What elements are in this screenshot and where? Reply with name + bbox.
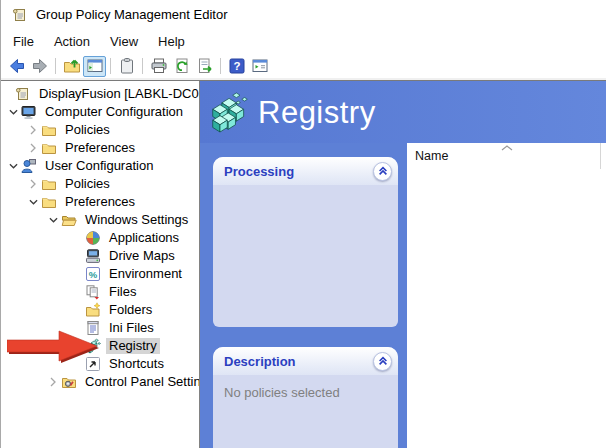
help-button[interactable]: ?: [225, 56, 248, 77]
policy-list: Name: [407, 143, 606, 448]
folder-open-icon: [61, 212, 77, 228]
menu-help[interactable]: Help: [148, 31, 195, 52]
processing-panel: Processing: [213, 157, 398, 327]
environment-icon: %: [85, 266, 101, 282]
folder-icon: [41, 122, 57, 138]
tree-item-label: Drive Maps: [106, 248, 178, 264]
window-title: Group Policy Management Editor: [36, 7, 227, 22]
folder-up-icon: [63, 57, 81, 75]
tree-item-label: Control Panel Setting: [82, 374, 199, 390]
refresh-icon: [173, 57, 191, 75]
tree-item-computer-configuration[interactable]: Computer Configuration: [1, 103, 199, 121]
back-icon: [8, 57, 26, 75]
back-button[interactable]: [5, 56, 28, 77]
help-icon: ?: [228, 57, 246, 75]
processing-panel-body: [213, 185, 398, 205]
results-pane: Registry Processing: [200, 81, 606, 448]
drive-maps-icon: [85, 248, 101, 264]
tree-item-windows-settings[interactable]: Windows Settings: [1, 211, 199, 229]
tree-item-user-policies[interactable]: Policies: [1, 175, 199, 193]
tree-item-label: Policies: [62, 176, 113, 192]
forward-button[interactable]: [28, 56, 51, 77]
tree-item-label: DisplayFusion [LABKL-DC01.LAI: [36, 86, 199, 102]
tree-item-displayfusion-root[interactable]: DisplayFusion [LABKL-DC01.LAI: [1, 85, 199, 103]
tree-item-user-preferences[interactable]: Preferences: [1, 193, 199, 211]
main-area: DisplayFusion [LABKL-DC01.LAI Computer C…: [1, 80, 606, 448]
tree-item-label: User Configuration: [42, 158, 156, 174]
registry-cubes-icon: [210, 89, 250, 135]
tree-item-user-configuration[interactable]: User Configuration: [1, 157, 199, 175]
tree-item-label: Computer Configuration: [42, 104, 186, 120]
clipboard-button[interactable]: [115, 56, 138, 77]
chevron-down-icon[interactable]: [45, 212, 61, 228]
tree-item-folders[interactable]: Folders: [1, 301, 199, 319]
chevron-right-icon[interactable]: [25, 176, 41, 192]
chevron-down-icon[interactable]: [5, 158, 21, 174]
red-arrow-annotation: [7, 328, 101, 366]
tree-item-label: Environment: [106, 266, 185, 282]
tree-item-environment[interactable]: % Environment: [1, 265, 199, 283]
description-panel: Description No policies selected: [213, 347, 398, 448]
double-chevron-up-icon: [377, 165, 389, 177]
sort-ascending-icon: [501, 145, 513, 151]
list-header: Name: [407, 143, 606, 167]
folder-gear-icon: [61, 374, 77, 390]
forward-icon: [31, 57, 49, 75]
double-chevron-up-icon: [377, 355, 389, 367]
tree-item-files[interactable]: Files: [1, 283, 199, 301]
title-bar: Group Policy Management Editor: [1, 0, 606, 29]
print-button[interactable]: [147, 56, 170, 77]
menu-bar: File Action View Help: [1, 29, 606, 54]
chevron-right-icon[interactable]: [45, 374, 61, 390]
export-list-icon: [196, 57, 214, 75]
menu-action[interactable]: Action: [44, 31, 100, 52]
show-hide-console-tree-button[interactable]: [83, 56, 106, 77]
console-tree-icon: [86, 57, 104, 75]
folder-icon: [41, 176, 57, 192]
tree-item-label: Preferences: [62, 194, 138, 210]
tree-item-label: Shortcuts: [106, 356, 167, 372]
collapse-panel-button[interactable]: [373, 352, 392, 371]
collapse-panel-button[interactable]: [373, 162, 392, 181]
folder-icon: [41, 194, 57, 210]
tree-item-label: Folders: [106, 302, 155, 318]
column-header-name[interactable]: Name: [407, 143, 448, 169]
group-policy-editor-window: Group Policy Management Editor File Acti…: [0, 0, 606, 448]
chevron-right-icon[interactable]: [25, 122, 41, 138]
processing-panel-header: Processing: [213, 157, 398, 185]
chevron-down-icon[interactable]: [5, 104, 21, 120]
applications-icon: [85, 230, 101, 246]
tree-item-control-panel-settings[interactable]: Control Panel Setting: [1, 373, 199, 391]
chevron-down-icon[interactable]: [25, 194, 41, 210]
column-separator[interactable]: [600, 143, 601, 169]
toolbar-separator: [142, 58, 143, 74]
folders-icon: [85, 302, 101, 318]
show-window-list-button[interactable]: [248, 56, 271, 77]
chevron-right-icon[interactable]: [25, 140, 41, 156]
tree-item-applications[interactable]: Applications: [1, 229, 199, 247]
tree-item-label: Files: [106, 284, 139, 300]
console-tree-pane: DisplayFusion [LABKL-DC01.LAI Computer C…: [1, 81, 200, 448]
toolbar-separator: [110, 58, 111, 74]
tree-item-label: Applications: [106, 230, 182, 246]
tree-item-label: Windows Settings: [82, 212, 191, 228]
tree-item-computer-policies[interactable]: Policies: [1, 121, 199, 139]
user-icon: [21, 158, 37, 174]
toolbar-separator: [220, 58, 221, 74]
refresh-button[interactable]: [170, 56, 193, 77]
menu-view[interactable]: View: [100, 31, 148, 52]
panel-title: Description: [224, 354, 296, 369]
registry-banner: Registry: [200, 81, 606, 143]
info-panels-column: Processing Description: [200, 143, 407, 448]
tree-item-label: Preferences: [62, 140, 138, 156]
up-one-level-button[interactable]: [60, 56, 83, 77]
results-content: Processing Description: [200, 143, 606, 448]
page-title: Registry: [258, 95, 376, 131]
tree-item-drive-maps[interactable]: Drive Maps: [1, 247, 199, 265]
export-list-button[interactable]: [193, 56, 216, 77]
menu-file[interactable]: File: [3, 31, 44, 52]
tree-item-computer-preferences[interactable]: Preferences: [1, 139, 199, 157]
window-list-icon: [251, 57, 269, 75]
clipboard-icon: [118, 57, 136, 75]
printer-icon: [150, 57, 168, 75]
